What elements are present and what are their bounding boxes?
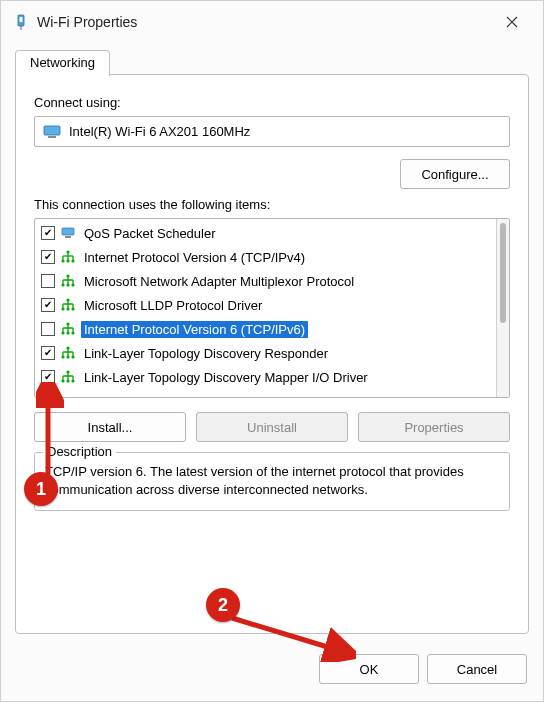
svg-point-15 bbox=[71, 259, 74, 262]
item-checkbox[interactable] bbox=[41, 274, 55, 288]
svg-point-30 bbox=[66, 298, 69, 301]
list-item[interactable]: Link-Layer Topology Discovery Mapper I/O… bbox=[35, 365, 497, 389]
network-component-icon bbox=[61, 274, 75, 288]
svg-point-13 bbox=[61, 259, 64, 262]
svg-point-39 bbox=[66, 322, 69, 325]
svg-rect-1 bbox=[20, 17, 23, 22]
uninstall-button: Uninstall bbox=[196, 412, 348, 442]
cancel-button[interactable]: Cancel bbox=[427, 654, 527, 684]
svg-point-23 bbox=[66, 283, 69, 286]
network-component-icon bbox=[61, 298, 75, 312]
scroll-thumb[interactable] bbox=[500, 223, 506, 323]
adapter-box[interactable]: Intel(R) Wi-Fi 6 AX201 160MHz bbox=[34, 116, 510, 147]
item-label: QoS Packet Scheduler bbox=[81, 225, 219, 242]
tab-networking[interactable]: Networking bbox=[15, 50, 110, 76]
svg-rect-5 bbox=[62, 228, 74, 235]
item-checkbox[interactable] bbox=[41, 226, 55, 240]
monitor-icon bbox=[43, 125, 61, 139]
svg-point-51 bbox=[71, 355, 74, 358]
svg-point-14 bbox=[66, 259, 69, 262]
list-item[interactable]: Internet Protocol Version 6 (TCP/IPv6) bbox=[35, 317, 497, 341]
svg-point-22 bbox=[61, 283, 64, 286]
configure-button[interactable]: Configure... bbox=[400, 159, 510, 189]
svg-point-57 bbox=[66, 370, 69, 373]
svg-point-40 bbox=[61, 331, 64, 334]
scrollbar[interactable] bbox=[496, 219, 509, 397]
description-group: Description TCP/IP version 6. The latest… bbox=[34, 452, 510, 511]
items-listbox[interactable]: QoS Packet SchedulerInternet Protocol Ve… bbox=[34, 218, 510, 398]
svg-point-33 bbox=[71, 307, 74, 310]
item-label: Microsoft LLDP Protocol Driver bbox=[81, 297, 265, 314]
item-label: Internet Protocol Version 6 (TCP/IPv6) bbox=[81, 321, 308, 338]
item-label: Internet Protocol Version 4 (TCP/IPv4) bbox=[81, 249, 308, 266]
network-component-icon bbox=[61, 250, 75, 264]
item-checkbox[interactable] bbox=[41, 298, 55, 312]
svg-point-12 bbox=[66, 250, 69, 253]
svg-point-21 bbox=[66, 274, 69, 277]
svg-point-50 bbox=[66, 355, 69, 358]
annotation-arrow-2 bbox=[226, 612, 356, 662]
list-item[interactable]: Microsoft LLDP Protocol Driver bbox=[35, 293, 497, 317]
network-component-icon bbox=[61, 322, 75, 336]
network-component-icon bbox=[61, 346, 75, 360]
list-item[interactable]: Link-Layer Topology Discovery Responder bbox=[35, 341, 497, 365]
item-checkbox[interactable] bbox=[41, 346, 55, 360]
svg-point-24 bbox=[71, 283, 74, 286]
networking-panel: Connect using: Intel(R) Wi-Fi 6 AX201 16… bbox=[15, 74, 529, 634]
adapter-icon bbox=[13, 14, 29, 30]
svg-point-41 bbox=[66, 331, 69, 334]
svg-rect-4 bbox=[48, 136, 56, 138]
annotation-step-1: 1 bbox=[24, 472, 58, 506]
item-checkbox[interactable] bbox=[41, 250, 55, 264]
svg-rect-3 bbox=[44, 126, 60, 135]
svg-point-42 bbox=[71, 331, 74, 334]
svg-point-48 bbox=[66, 346, 69, 349]
item-label: Link-Layer Topology Discovery Mapper I/O… bbox=[81, 369, 371, 386]
annotation-arrow-1 bbox=[36, 382, 64, 478]
item-label: Link-Layer Topology Discovery Responder bbox=[81, 345, 331, 362]
svg-point-49 bbox=[61, 355, 64, 358]
list-item[interactable]: Internet Protocol Version 4 (TCP/IPv4) bbox=[35, 245, 497, 269]
svg-point-59 bbox=[66, 379, 69, 382]
item-checkbox[interactable] bbox=[41, 322, 55, 336]
list-item[interactable]: Microsoft Network Adapter Multiplexor Pr… bbox=[35, 269, 497, 293]
svg-point-32 bbox=[66, 307, 69, 310]
close-button[interactable] bbox=[489, 1, 535, 43]
svg-point-60 bbox=[71, 379, 74, 382]
list-item[interactable]: QoS Packet Scheduler bbox=[35, 221, 497, 245]
properties-button: Properties bbox=[358, 412, 510, 442]
item-label: Microsoft Network Adapter Multiplexor Pr… bbox=[81, 273, 357, 290]
description-text: TCP/IP version 6. The latest version of … bbox=[45, 463, 499, 498]
tab-label: Networking bbox=[30, 55, 95, 70]
window-title: Wi-Fi Properties bbox=[37, 14, 489, 30]
svg-point-31 bbox=[61, 307, 64, 310]
monitor-icon bbox=[61, 226, 75, 240]
connect-using-label: Connect using: bbox=[34, 95, 510, 110]
annotation-step-2: 2 bbox=[206, 588, 240, 622]
items-label: This connection uses the following items… bbox=[34, 197, 510, 212]
wifi-properties-window: Wi-Fi Properties Networking Connect usin… bbox=[0, 0, 544, 702]
svg-rect-6 bbox=[65, 236, 71, 238]
titlebar: Wi-Fi Properties bbox=[1, 1, 543, 43]
svg-line-62 bbox=[232, 618, 344, 652]
adapter-name: Intel(R) Wi-Fi 6 AX201 160MHz bbox=[69, 124, 250, 139]
